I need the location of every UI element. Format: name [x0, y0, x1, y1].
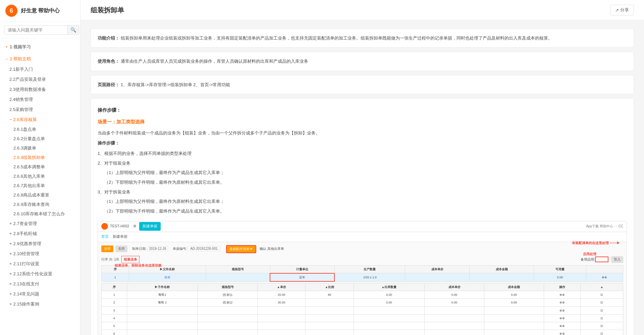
- fake-content: 保存 关闭 制单日期: 2019-12-26 单据编号: AD-20191226…: [98, 242, 627, 335]
- td2-5-act: ⊕⊗: [544, 322, 581, 330]
- fake-count: 行序 共: 1/6: [101, 257, 119, 263]
- th2-total2: 成本金额: [484, 283, 544, 291]
- step-3-2: （2）下部明细为子件明细，最终作为产成品生成其它入库单。: [98, 207, 627, 216]
- td2-3-act: ⊕⊗: [544, 306, 581, 314]
- th2-barcode: 规格型号: [198, 283, 258, 291]
- td2-2-act: ⊕⊗: [544, 299, 581, 306]
- sidebar-item-sales[interactable]: 2.4销售管理: [0, 95, 80, 105]
- fake-nav: 首页 新建单据: [98, 232, 627, 242]
- step-2-1: （1）上部明细为父件明细，最终作为产成品生成其它入库单；: [98, 169, 627, 177]
- sidebar-item-inventory[interactable]: −2.6库存核算: [0, 115, 80, 125]
- td2-1-ratio: 80: [306, 291, 354, 299]
- sidebar-item-beginner[interactable]: 2.1新手入门: [0, 64, 80, 74]
- share-label: 分享: [620, 7, 629, 13]
- td-seq-1: 1: [102, 273, 129, 281]
- td2-4-act: ⊕⊗: [544, 314, 581, 322]
- sidebar-item-stock-check[interactable]: 2.6.1盘点单: [0, 125, 80, 134]
- sidebar-item-other-inbound[interactable]: 2.6.6其他入库单: [0, 172, 80, 181]
- td2-6-out: [354, 330, 424, 335]
- td2-1-act: ⊕⊗: [544, 291, 581, 299]
- logo-icon: 6: [5, 5, 17, 17]
- ops-title: 操作步骤：: [98, 106, 627, 114]
- th2-act2: 操作: [544, 283, 581, 291]
- sidebar-item-other-outbound[interactable]: 2.6.7其他出库单: [0, 181, 80, 190]
- td2-6-up: [258, 330, 306, 335]
- td2-3-up: [258, 306, 306, 314]
- th-sku: 规格型号: [206, 265, 270, 273]
- td2-6-cost: [425, 330, 484, 335]
- th-total: 成本金额: [470, 265, 534, 273]
- step-2-2: （2）下部明细为子件明细，最终作为原材料生成其它出库单。: [98, 178, 627, 187]
- td2-2-up: 30.00: [258, 299, 306, 306]
- sidebar-item-payment[interactable]: +2.13在线支付: [0, 279, 80, 289]
- sidebar-item-faq[interactable]: +2.14常见问题: [0, 289, 80, 299]
- sidebar-item-partial-check[interactable]: 2.6.2分量盘点单: [0, 134, 80, 144]
- annotation-bottom-left: 组装业务、拆卸业务在这里切换: [115, 263, 162, 269]
- intro-box: 功能介绍： 组装拆卸单用来处理企业组装或拆卸等加工业务，支持有固定装配清单的产品…: [91, 29, 634, 48]
- td2-3-total: [484, 306, 544, 314]
- logo-text: 好生意 帮助中心: [21, 7, 60, 14]
- fake-new-tab: 新建单据: [139, 222, 161, 231]
- th-action: [586, 265, 623, 273]
- td2-3-out: [354, 306, 424, 314]
- td2-1-bar: (红标)1: [198, 291, 258, 299]
- share-button[interactable]: ↗ 分享: [610, 5, 634, 15]
- search-button[interactable]: 🔍: [68, 25, 79, 35]
- th2-out-qty: ▲出库数量: [354, 283, 424, 291]
- sidebar-item-customize[interactable]: +2.12系统个性化设置: [0, 269, 80, 279]
- screenshot-container: TEST-H002 ⚙ 新建单据 App下载 帮助中心 ⋯ CC 首页 新建单据: [98, 221, 627, 335]
- sidebar-item-video-learning[interactable]: + 1.视频学习: [0, 42, 80, 52]
- td2-2-more: ⊡: [581, 299, 623, 306]
- nav-tree: + 1.视频学习 − 2.帮助文档 2.1新手入门 2.2产品安装及登录 2.3…: [0, 38, 80, 335]
- sidebar-item-assembly[interactable]: 2.6.4组装拆卸单: [0, 153, 80, 162]
- fake-right-field: 备用品用:: [581, 257, 608, 263]
- search-input[interactable]: [4, 25, 68, 35]
- td2-5-cost: [425, 322, 484, 330]
- fake-template-btn: 选择配件清单▼: [226, 245, 256, 253]
- td-prod-1: 1/20 ≤ 1.0: [334, 273, 405, 281]
- th2-more: ▲: [581, 283, 623, 291]
- sidebar-item-transfer[interactable]: 2.6.3调拨单: [0, 144, 80, 153]
- td2-5-goods: [127, 322, 198, 330]
- td2-1-seq: 1: [102, 291, 127, 299]
- sidebar-item-cost-recalc[interactable]: 2.6.8商品成本重算: [0, 190, 80, 200]
- td-total-1: [470, 273, 534, 281]
- td2-6-act: ⊕⊗: [544, 330, 581, 335]
- td2-2-bar: (红标)2: [198, 299, 258, 306]
- td2-4-goods: [127, 314, 198, 322]
- fake-import-btn: 导入: [611, 256, 623, 263]
- sidebar-item-cases[interactable]: +2.15操作案例: [0, 299, 80, 309]
- td2-2-ratio: [306, 299, 354, 306]
- fake-type-select: 组装业务: [121, 256, 140, 263]
- sidebar-item-operation[interactable]: +2.10经营管理: [0, 249, 80, 259]
- main-area: 组装拆卸单 ↗ 分享 功能介绍： 组装拆卸单用来处理企业组装或拆卸等加工业务，支…: [80, 0, 644, 335]
- sidebar-item-mobile[interactable]: +2.8手机旺铺: [0, 229, 80, 239]
- content-area: 功能介绍： 组装拆卸单用来处理企业组装或拆卸等加工业务，支持有固定装配清单的产品…: [80, 20, 644, 335]
- fake-app-bar: TEST-H002 ⚙ 新建单据 App下载 帮助中心 ⋯ CC: [98, 221, 627, 232]
- td2-5-up: [258, 322, 306, 330]
- fake-app-name: TEST-H002: [110, 223, 129, 230]
- sidebar-item-inv-ledger[interactable]: 2.6.9库存账本查询: [0, 200, 80, 209]
- minus-icon-inventory: −: [9, 117, 12, 122]
- sidebar-item-label: 1.视频学习: [10, 44, 31, 50]
- role-label: 使用角色：: [98, 59, 119, 64]
- nav-section-docs: − 2.帮助文档 2.1新手入门 2.2产品安装及登录 2.3使用前数据准备 2…: [0, 53, 80, 310]
- sidebar-item-print[interactable]: +2.11打印设置: [0, 259, 80, 269]
- sidebar-item-finance[interactable]: +2.7资金管理: [0, 219, 80, 229]
- td2-6-goods: [127, 330, 198, 335]
- sidebar-item-coupon[interactable]: +2.9优惠券管理: [0, 239, 80, 249]
- td2-3-seq: 3: [102, 306, 127, 314]
- sidebar-item-help-docs[interactable]: − 2.帮助文档: [0, 54, 80, 64]
- path-label: 页面路径：: [98, 82, 119, 87]
- scene-title: 场景一：加工类型选择: [98, 118, 627, 126]
- ops-steps-title: 操作步骤：: [98, 139, 627, 148]
- sidebar-item-install[interactable]: 2.2产品安装及登录: [0, 74, 80, 85]
- sidebar-item-inv-fix[interactable]: 2.6.10库存账本错了怎么办: [0, 209, 80, 219]
- td2-5-ratio: [306, 322, 354, 330]
- td-cost-1: [405, 273, 470, 281]
- sidebar-item-purchase[interactable]: 2.5采购管理: [0, 105, 80, 115]
- sidebar-item-cost-adjust[interactable]: 2.6.5成本调整单: [0, 162, 80, 172]
- sidebar-item-data-prep[interactable]: 2.3使用前数据准备: [0, 85, 80, 95]
- td2-4-total: [484, 314, 544, 322]
- fake-close-btn: 关闭: [115, 245, 127, 252]
